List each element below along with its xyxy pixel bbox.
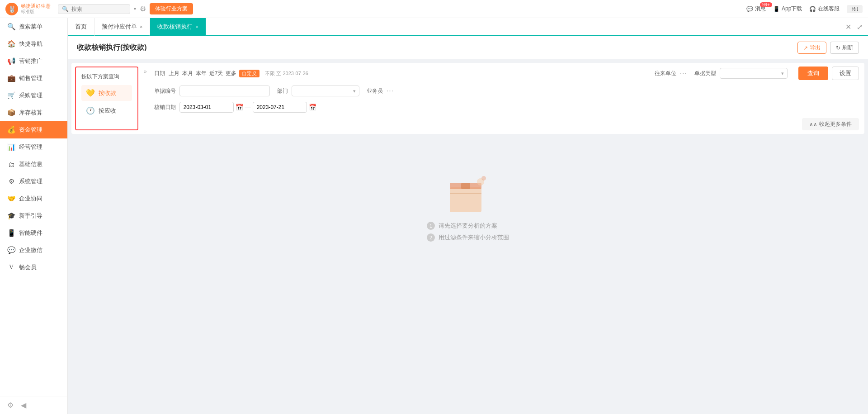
filter-doc-number: 单据编号	[154, 86, 270, 96]
chevron-up-icon: ∧∧	[809, 121, 817, 128]
filter-option-by-payable[interactable]: 🕐 按应收	[81, 103, 132, 119]
inventory-icon: 📦	[7, 109, 15, 117]
receipt-icon: 💛	[86, 89, 95, 97]
filter-trade-partner: 往来单位 ···	[655, 69, 687, 77]
trade-partner-input[interactable]: ···	[680, 69, 687, 77]
basic-icon: 🗂	[7, 161, 15, 168]
expand-tab-action[interactable]: ⤢	[855, 21, 864, 33]
chevron-down-icon[interactable]: ▾	[134, 6, 136, 11]
dept-select-wrap	[292, 86, 359, 96]
message-button[interactable]: 💬 消息 99+	[746, 5, 766, 13]
wechat-icon: 💬	[7, 246, 15, 254]
sidebar-item-basic[interactable]: 🗂 基础信息	[0, 156, 67, 173]
sidebar-item-guide[interactable]: 🎓 新手引导	[0, 207, 67, 224]
app-download-button[interactable]: 📱 App下载	[773, 5, 802, 13]
sidebar-item-sales[interactable]: 💼 销售管理	[0, 70, 67, 87]
filter-salesperson: 业务员 ···	[367, 87, 394, 95]
gear-icon[interactable]: ⚙	[140, 5, 146, 13]
sidebar-item-wechat[interactable]: 💬 企业微信	[0, 242, 67, 259]
filter-dept: 部门	[277, 86, 359, 96]
customer-service-button[interactable]: 🎧 在线客服	[809, 5, 840, 13]
settings-bottom-icon[interactable]: ⚙	[7, 401, 14, 409]
page-title: 收款核销执行(按收款)	[77, 43, 147, 52]
collapse-more-button[interactable]: ∧∧ 收起更多条件	[802, 118, 859, 130]
date-custom-badge[interactable]: 自定义	[239, 70, 259, 77]
filter-verify-date: 核销日期 📅 — 📅	[154, 102, 316, 113]
sidebar-item-collab[interactable]: 🤝 企业协同	[0, 190, 67, 207]
tab-close-collection[interactable]: ×	[195, 24, 198, 29]
business-icon: 📊	[7, 143, 15, 151]
setting-button[interactable]: 设置	[832, 67, 859, 80]
sidebar-item-inventory[interactable]: 📦 库存核算	[0, 104, 67, 121]
filter-collapse-btn[interactable]: »	[142, 68, 149, 75]
refresh-button[interactable]: ↻ 刷新	[830, 42, 859, 54]
empty-tip-2: 2 用过滤条件来缩小分析范围	[427, 233, 509, 242]
search-icon: 🔍	[62, 6, 69, 12]
date-label: 日期	[154, 70, 165, 77]
date-7-days[interactable]: 近7天	[209, 70, 223, 77]
sidebar-bottom: ⚙ ◀	[0, 396, 67, 414]
tab-bar: 首页 预付冲应付单 × 收款核销执行 × ✕ ⤢	[68, 18, 868, 36]
calendar-start-icon[interactable]: 📅	[236, 104, 243, 111]
purchase-icon: 🛒	[7, 91, 15, 100]
filter-type-panel: 按以下方案查询 💛 按收款 🕐 按应收	[75, 67, 138, 130]
doc-number-label: 单据编号	[154, 87, 176, 95]
verify-date-start-input[interactable]	[179, 102, 234, 113]
sidebar-item-finance[interactable]: 💰 资金管理	[0, 121, 67, 138]
sidebar-item-marketing[interactable]: 📢 营销推广	[0, 52, 67, 70]
search-input[interactable]	[71, 6, 126, 12]
top-bar: 🐰 畅捷通好生意 标准版 🔍 ▾ ⚙ 体验行业方案 💬 消息 99+ 📱 App…	[0, 0, 868, 18]
page-content: 收款核销执行(按收款) ↗ 导出 ↻ 刷新 按以下方案查询	[68, 36, 868, 414]
date-this-year[interactable]: 本年	[196, 70, 207, 77]
empty-illustration-svg	[445, 174, 491, 214]
sales-icon: 💼	[7, 74, 15, 82]
trial-button[interactable]: 体验行业方案	[150, 3, 193, 14]
collapse-sidebar-icon[interactable]: ◀	[21, 401, 26, 409]
tab-home[interactable]: 首页	[68, 18, 94, 36]
tab-collection[interactable]: 收款核销执行 ×	[150, 18, 206, 36]
top-search-box[interactable]: 🔍	[58, 4, 130, 14]
verify-date-end-input[interactable]	[253, 102, 307, 113]
message-icon: 💬	[746, 6, 753, 12]
date-last-month[interactable]: 上月	[169, 70, 179, 77]
main-layout: 🔍 搜索菜单 🏠 快捷导航 📢 营销推广 💼 销售管理 🛒 采购管理 📦 库存核…	[0, 18, 868, 414]
sidebar-item-member[interactable]: V 畅会员	[0, 259, 67, 276]
content-area: 首页 预付冲应付单 × 收款核销执行 × ✕ ⤢ 收款核销执行(按收款)	[68, 18, 868, 414]
sidebar-item-business[interactable]: 📊 经营管理	[0, 138, 67, 156]
filter-option-by-receipt[interactable]: 💛 按收款	[81, 85, 132, 101]
sidebar-item-search[interactable]: 🔍 搜索菜单	[0, 18, 67, 35]
sidebar-item-hardware[interactable]: 📱 智能硬件	[0, 224, 67, 242]
tab-bar-actions: ✕ ⤢	[844, 21, 868, 33]
calendar-end-icon[interactable]: 📅	[309, 104, 316, 111]
sidebar-item-purchase[interactable]: 🛒 采购管理	[0, 87, 67, 104]
sidebar-item-quicknav[interactable]: 🏠 快捷导航	[0, 35, 67, 52]
svg-rect-0	[450, 187, 481, 212]
filter-panel: 按以下方案查询 💛 按收款 🕐 按应收 »	[71, 63, 864, 134]
tab-prepay[interactable]: 预付冲应付单 ×	[94, 18, 150, 36]
export-button[interactable]: ↗ 导出	[797, 42, 826, 54]
filter-date: 日期 上月 本月 本年 近7天 更多 自定义 不限 至 2023-07-26	[154, 70, 308, 77]
logo-text: 畅捷通好生意 标准版	[21, 3, 51, 14]
filter-row-2: 单据编号 部门 业务员	[154, 86, 859, 96]
message-badge: 99+	[760, 2, 772, 7]
doc-number-input[interactable]	[179, 86, 270, 96]
collapse-more-row: ∧∧ 收起更多条件	[154, 118, 859, 130]
top-bar-right: 💬 消息 99+ 📱 App下载 🎧 在线客服 Rit	[746, 5, 863, 13]
refresh-icon: ↻	[836, 45, 840, 51]
tab-close-prepay[interactable]: ×	[140, 24, 142, 29]
doc-type-select[interactable]	[720, 68, 788, 79]
date-more[interactable]: 更多	[226, 70, 236, 77]
close-tab-action[interactable]: ✕	[844, 21, 853, 33]
verify-date-label: 核销日期	[154, 104, 176, 111]
date-separator: —	[245, 104, 251, 111]
dept-select[interactable]	[292, 86, 359, 96]
salesperson-input[interactable]: ···	[387, 87, 394, 95]
filter-actions: 查询 设置	[798, 67, 859, 80]
sidebar-item-system[interactable]: ⚙ 系统管理	[0, 173, 67, 190]
date-this-month[interactable]: 本月	[182, 70, 193, 77]
sidebar: 🔍 搜索菜单 🏠 快捷导航 📢 营销推广 💼 销售管理 🛒 采购管理 📦 库存核…	[0, 18, 68, 414]
user-menu[interactable]: Rit	[847, 5, 863, 13]
query-button[interactable]: 查询	[798, 67, 828, 80]
date-shortcuts: 上月 本月 本年 近7天 更多 自定义	[169, 70, 260, 77]
trade-partner-label: 往来单位	[655, 70, 676, 77]
